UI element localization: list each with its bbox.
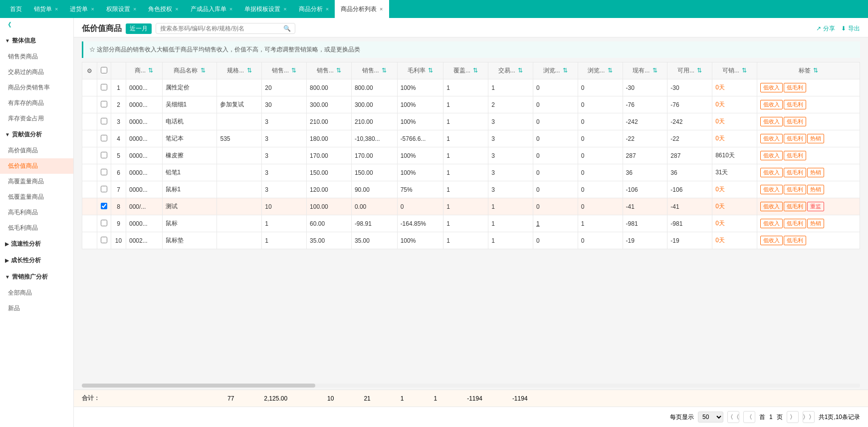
- table-row[interactable]: 3 0000... 电话机 3 210.00 210.00 100% 1 3 0…: [82, 113, 860, 130]
- row-checkbox[interactable]: [101, 101, 107, 107]
- row-checkbox-cell[interactable]: [97, 147, 111, 164]
- col-checkbox-header[interactable]: [97, 62, 111, 79]
- sidebar-section-velocity[interactable]: ▶ 流速性分析: [0, 236, 73, 252]
- nav-goods-analysis[interactable]: 商品分析×: [293, 0, 335, 18]
- table-row[interactable]: 1 0000... 属性定价 20 800.00 800.00 100% 1 1…: [82, 79, 860, 96]
- close-icon[interactable]: ×: [229, 6, 232, 12]
- row-checkbox-cell[interactable]: [97, 164, 111, 181]
- row-checkbox-cell[interactable]: [97, 215, 111, 232]
- close-icon[interactable]: ×: [55, 6, 58, 12]
- col-coverage[interactable]: 覆盖... ⇅: [443, 62, 488, 79]
- row-checkbox[interactable]: [101, 135, 107, 141]
- sidebar-item-new-goods[interactable]: 新品: [0, 301, 73, 316]
- search-box[interactable]: 🔍: [156, 23, 295, 34]
- sidebar-section-growth[interactable]: ▶ 成长性分析: [0, 252, 73, 269]
- col-view1[interactable]: 浏览... ⇅: [533, 62, 578, 79]
- row-checkbox-cell[interactable]: [97, 113, 111, 130]
- row-checkbox-cell[interactable]: [97, 79, 111, 96]
- row-checkbox[interactable]: [101, 84, 107, 90]
- table-row[interactable]: 4 0000... 笔记本 535 3 180.00 -10,380... -5…: [82, 130, 860, 147]
- table-row[interactable]: 10 0002... 鼠标垫 1 35.00 35.00 100% 1 1 0 …: [82, 232, 860, 249]
- row-checkbox-cell[interactable]: [97, 198, 111, 215]
- col-code[interactable]: 商... ⇅: [126, 62, 163, 79]
- nav-product[interactable]: 产成品入库单×: [185, 0, 238, 18]
- sidebar-item-low-value[interactable]: 低价值商品: [0, 158, 73, 174]
- row-checkbox-cell[interactable]: [97, 130, 111, 147]
- row-checkbox-cell[interactable]: [97, 96, 111, 113]
- table-row[interactable]: 6 0000... 铅笔1 3 150.00 150.00 100% 1 3 0…: [82, 164, 860, 181]
- next-page-btn[interactable]: 〉: [787, 411, 799, 423]
- col-name[interactable]: 商品名称 ⇅: [162, 62, 217, 79]
- period-badge[interactable]: 近一月: [126, 23, 152, 34]
- nav-purchase[interactable]: 进货单×: [64, 0, 100, 18]
- nav-template[interactable]: 单据模板设置×: [238, 0, 292, 18]
- row-checkbox[interactable]: [101, 186, 107, 192]
- row-checkbox[interactable]: [101, 118, 107, 124]
- search-icon[interactable]: 🔍: [283, 25, 291, 32]
- col-sales-profit[interactable]: 销售... ⇅: [351, 62, 397, 79]
- nav-sales[interactable]: 销货单×: [28, 0, 64, 18]
- sidebar-section-overall[interactable]: ▼ 整体信息: [0, 32, 73, 49]
- sidebar-item-stock-capital[interactable]: 库存资金占用: [0, 111, 73, 126]
- row-checkbox[interactable]: [101, 220, 107, 226]
- scrollbar-thumb[interactable]: [82, 384, 315, 388]
- sidebar-item-sales-goods[interactable]: 销售类商品: [0, 49, 73, 64]
- table-row[interactable]: 2 0000... 吴细细1 参加复试 30 300.00 300.00 100…: [82, 96, 860, 113]
- table-row[interactable]: 7 0000... 鼠标1 3 120.00 90.00 75% 1 3 0 0…: [82, 181, 860, 198]
- sidebar-item-stock-goods[interactable]: 有库存的商品: [0, 95, 73, 111]
- horizontal-scrollbar[interactable]: [82, 384, 860, 388]
- share-button[interactable]: ↗ 分享: [816, 24, 835, 33]
- sidebar-section-marketing[interactable]: ▼ 营销推广分析: [0, 269, 73, 285]
- data-table-container[interactable]: ⚙ 商... ⇅ 商品名称 ⇅ 规格... ⇅ 销售... ⇅ 销售... ⇅ …: [82, 62, 860, 384]
- sidebar-item-low-margin[interactable]: 低毛利商品: [0, 220, 73, 236]
- row-checkbox-cell[interactable]: [97, 232, 111, 249]
- sidebar-collapse-btn[interactable]: 《: [0, 18, 73, 32]
- sidebar-item-high-margin[interactable]: 高毛利商品: [0, 205, 73, 220]
- nav-role[interactable]: 角色授权×: [142, 0, 184, 18]
- row-checkbox[interactable]: [101, 152, 107, 158]
- last-page-btn[interactable]: 〉〉: [803, 411, 815, 423]
- col-sellable[interactable]: 可销... ⇅: [712, 62, 757, 79]
- col-view2[interactable]: 浏览... ⇅: [578, 62, 623, 79]
- prev-page-btn[interactable]: 〈: [743, 411, 755, 423]
- row-code: 0000...: [126, 130, 163, 147]
- close-icon[interactable]: ×: [91, 6, 94, 12]
- nav-permission[interactable]: 权限设置×: [100, 0, 142, 18]
- sidebar-section-contribution[interactable]: ▼ 贡献值分析: [0, 126, 73, 143]
- col-gross-margin[interactable]: 毛利率 ⇅: [397, 62, 443, 79]
- row-checkbox[interactable]: [101, 237, 107, 243]
- sidebar-item-high-coverage[interactable]: 高覆盖量商品: [0, 174, 73, 189]
- sidebar-item-traded-goods[interactable]: 交易过的商品: [0, 64, 73, 80]
- close-icon[interactable]: ×: [133, 6, 136, 12]
- nav-goods-analysis-list[interactable]: 商品分析列表×: [335, 0, 389, 18]
- col-available[interactable]: 可用... ⇅: [667, 62, 712, 79]
- nav-home[interactable]: 首页: [4, 0, 28, 18]
- first-page-btn[interactable]: 〈〈: [727, 411, 739, 423]
- table-row[interactable]: 8 000/... 测试 10 100.00 0.00 0 1 1 0 0 -4…: [82, 198, 860, 215]
- close-icon[interactable]: ×: [326, 6, 329, 12]
- col-current[interactable]: 现有... ⇅: [623, 62, 667, 79]
- close-icon[interactable]: ×: [283, 6, 286, 12]
- sidebar-item-high-value[interactable]: 高价值商品: [0, 143, 73, 158]
- col-tags[interactable]: 标签 ⇅: [757, 62, 860, 79]
- close-icon[interactable]: ×: [380, 6, 383, 12]
- table-row[interactable]: 5 0000... 橡皮擦 3 170.00 170.00 100% 1 3 0…: [82, 147, 860, 164]
- col-transaction[interactable]: 交易... ⇅: [488, 62, 533, 79]
- search-input[interactable]: [160, 25, 283, 32]
- row-checkbox-cell[interactable]: [97, 181, 111, 198]
- row-checkbox[interactable]: [101, 169, 107, 175]
- sidebar-item-low-coverage[interactable]: 低覆盖量商品: [0, 189, 73, 205]
- select-all-checkbox[interactable]: [101, 67, 107, 73]
- col-settings[interactable]: ⚙: [82, 62, 97, 79]
- close-icon[interactable]: ×: [175, 6, 178, 12]
- col-sales-amount[interactable]: 销售... ⇅: [307, 62, 352, 79]
- sidebar-item-all-goods[interactable]: 全部商品: [0, 285, 73, 301]
- sidebar-item-category-sales-rate[interactable]: 商品分类销售率: [0, 80, 73, 95]
- per-page-select[interactable]: 50 100 200: [698, 412, 723, 423]
- row-view1[interactable]: 1: [533, 215, 578, 232]
- row-checkbox[interactable]: [101, 203, 107, 209]
- table-row[interactable]: 9 0000... 鼠标 1 60.00 -98.91 -164.85% 1 1…: [82, 215, 860, 232]
- export-button[interactable]: ⬇ 导出: [841, 24, 860, 33]
- col-spec[interactable]: 规格... ⇅: [217, 62, 262, 79]
- col-sales-qty[interactable]: 销售... ⇅: [262, 62, 307, 79]
